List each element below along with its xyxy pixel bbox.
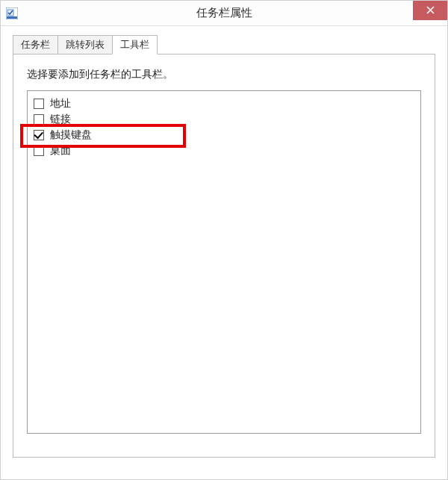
svg-rect-2 (7, 16, 17, 19)
option-label: 地址 (50, 97, 71, 110)
toolbar-listbox: 地址 链接 触摸键盘 桌面 (27, 90, 421, 434)
tab-label: 工具栏 (120, 39, 149, 50)
checkbox[interactable] (34, 114, 44, 125)
toolbar-option-touch-keyboard[interactable]: 触摸键盘 (32, 127, 416, 143)
tab-label: 跳转列表 (66, 39, 105, 50)
dialog-window: 任务栏属性 任务栏 跳转列表 工具栏 选择要添加到任务栏的工具栏。 (0, 0, 448, 480)
window-title: 任务栏属性 (1, 6, 447, 20)
app-icon (5, 7, 19, 20)
close-icon (426, 5, 435, 16)
checkbox[interactable] (34, 130, 44, 140)
option-label: 链接 (50, 113, 71, 126)
tab-strip: 任务栏 跳转列表 工具栏 (13, 35, 435, 54)
close-button[interactable] (413, 1, 447, 20)
toolbar-option-desktop[interactable]: 桌面 (32, 143, 416, 158)
content-area: 任务栏 跳转列表 工具栏 选择要添加到任务栏的工具栏。 地址 链接 (1, 26, 447, 465)
checkbox[interactable] (34, 146, 44, 156)
toolbar-option-address[interactable]: 地址 (32, 96, 416, 111)
toolbar-option-links[interactable]: 链接 (32, 111, 416, 127)
tab-panel-toolbars: 选择要添加到任务栏的工具栏。 地址 链接 触摸键盘 桌面 (13, 54, 435, 458)
tab-taskbar[interactable]: 任务栏 (13, 35, 58, 54)
instruction-text: 选择要添加到任务栏的工具栏。 (27, 68, 421, 81)
checkbox[interactable] (34, 99, 44, 109)
option-label: 桌面 (50, 144, 71, 158)
tab-label: 任务栏 (21, 39, 50, 50)
tab-toolbars[interactable]: 工具栏 (112, 35, 158, 54)
option-label: 触摸键盘 (50, 128, 92, 142)
tab-jumplist[interactable]: 跳转列表 (57, 35, 113, 54)
tab-baseline (13, 54, 435, 54)
titlebar: 任务栏属性 (1, 1, 447, 26)
